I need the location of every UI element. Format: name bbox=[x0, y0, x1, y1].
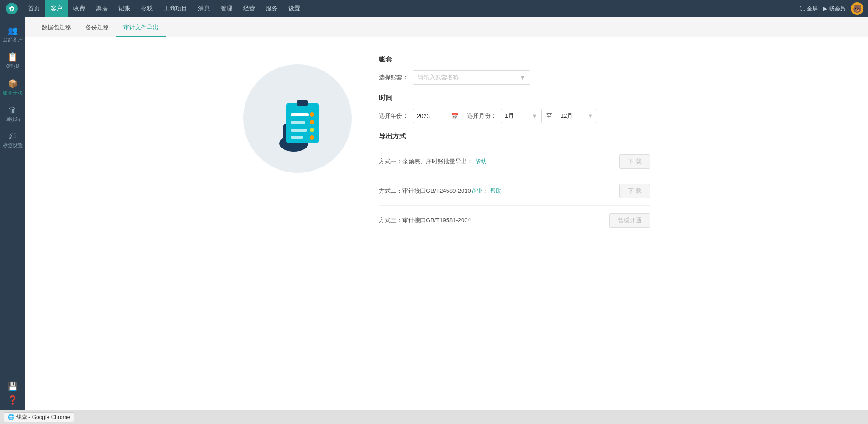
zero-declare-icon: 📋 bbox=[8, 52, 18, 62]
left-sidebar: 👥 全部客户 📋 0申报 📦 账套迁移 🗑 回收站 🏷 标签设置 💾 ❓ bbox=[0, 17, 25, 410]
question-icon[interactable]: ❓ bbox=[8, 395, 18, 405]
tag-icon: 🏷 bbox=[9, 132, 17, 141]
main-layout: 👥 全部客户 📋 0申报 📦 账套迁移 🗑 回收站 🏷 标签设置 💾 ❓ 数据包… bbox=[0, 17, 868, 410]
nav-bookkeeping[interactable]: 记账 bbox=[113, 0, 136, 17]
time-select-row: 选择年份： 2023 📅 选择月份： 1月 ▼ 至 12月 bbox=[379, 109, 650, 123]
year-label: 选择年份： bbox=[379, 112, 408, 120]
tab-data-migration[interactable]: 数据包迁移 bbox=[34, 19, 78, 37]
export-method-3-text: 方式三：审计接口GB/T19581-2004 bbox=[379, 216, 471, 224]
nav-customer[interactable]: 客户 bbox=[45, 0, 68, 17]
svg-rect-8 bbox=[291, 129, 307, 132]
top-navigation: ✿ 首页 客户 收费 票据 记账 报税 工商项目 消息 管理 经营 服务 设置 … bbox=[0, 0, 868, 17]
taskbar-chrome[interactable]: 🌐 线索 - Google Chrome bbox=[4, 412, 74, 422]
audit-illustration bbox=[261, 78, 334, 159]
nav-invoice[interactable]: 票据 bbox=[90, 0, 113, 17]
tab-audit-export[interactable]: 审计文件导出 bbox=[116, 19, 166, 37]
svg-text:✿: ✿ bbox=[9, 5, 14, 12]
recycle-icon: 🗑 bbox=[9, 105, 17, 115]
sidebar-bottom: 💾 ❓ bbox=[8, 381, 18, 410]
account-migrate-icon: 📦 bbox=[8, 79, 18, 89]
sidebar-item-tag-settings[interactable]: 🏷 标签设置 bbox=[0, 128, 25, 152]
nav-operation[interactable]: 经营 bbox=[238, 0, 260, 17]
member-button[interactable]: ▶ 畅会员 bbox=[823, 5, 845, 13]
avatar[interactable]: 🐻 bbox=[851, 2, 863, 15]
account-section-title: 账套 bbox=[379, 55, 650, 64]
tab-backup-migration[interactable]: 备份迁移 bbox=[78, 19, 116, 37]
time-section-title: 时间 bbox=[379, 94, 650, 102]
method2-download-button[interactable]: 下 载 bbox=[619, 184, 650, 198]
nav-service[interactable]: 服务 bbox=[260, 0, 283, 17]
month-end-value: 12月 bbox=[561, 112, 573, 120]
export-section-title: 导出方式 bbox=[379, 132, 650, 141]
export-method-2-text: 方式二：审计接口GB/T24589-2010企业： 帮助 bbox=[379, 187, 502, 195]
nav-message[interactable]: 消息 bbox=[193, 0, 215, 17]
export-method-3: 方式三：审计接口GB/T19581-2004 暂缓开通 bbox=[379, 206, 650, 235]
method2-company: 企业 bbox=[471, 187, 483, 194]
nav-fee[interactable]: 收费 bbox=[68, 0, 90, 17]
method3-pending-button[interactable]: 暂缓开通 bbox=[609, 213, 650, 228]
play-icon: ▶ bbox=[823, 5, 827, 12]
year-value: 2023 bbox=[417, 113, 430, 119]
export-method-2: 方式二：审计接口GB/T24589-2010企业： 帮助 下 载 bbox=[379, 176, 650, 206]
svg-rect-7 bbox=[291, 121, 305, 124]
sidebar-item-account-migrate[interactable]: 📦 账套迁移 bbox=[0, 75, 25, 100]
export-section: 方式一：余额表、序时账批量导出： 帮助 下 载 方式二：审计接口GB/T2458… bbox=[379, 147, 650, 235]
nav-business[interactable]: 工商项目 bbox=[158, 0, 193, 17]
chevron-down-icon-month-end: ▼ bbox=[587, 113, 593, 119]
month-start-value: 1月 bbox=[505, 112, 514, 120]
calendar-icon: 📅 bbox=[451, 113, 458, 119]
nav-menu: 首页 客户 收费 票据 记账 报税 工商项目 消息 管理 经营 服务 设置 bbox=[23, 0, 800, 17]
svg-rect-6 bbox=[291, 113, 309, 116]
center-layout: 账套 选择账套： 请输入账套名称 ▼ 时间 选择年份： 2023 bbox=[243, 51, 650, 235]
chevron-down-icon: ▼ bbox=[519, 74, 525, 81]
nav-home[interactable]: 首页 bbox=[23, 0, 45, 17]
nav-manage[interactable]: 管理 bbox=[215, 0, 238, 17]
export-method-1-text: 方式一：余额表、序时账批量导出： 帮助 bbox=[379, 157, 486, 166]
time-separator: 至 bbox=[546, 112, 552, 120]
method1-download-button[interactable]: 下 载 bbox=[619, 154, 650, 169]
sidebar-item-recycle[interactable]: 🗑 回收站 bbox=[0, 102, 25, 126]
account-select-label: 选择账套： bbox=[379, 73, 408, 81]
svg-point-13 bbox=[310, 135, 314, 140]
illustration-area bbox=[243, 64, 352, 173]
sidebar-item-all-customers[interactable]: 👥 全部客户 bbox=[0, 22, 25, 47]
page-content: 账套 选择账套： 请输入账套名称 ▼ 时间 选择年份： 2023 bbox=[25, 37, 868, 410]
form-area: 账套 选择账套： 请输入账套名称 ▼ 时间 选择年份： 2023 bbox=[379, 51, 650, 235]
chevron-down-icon-month: ▼ bbox=[532, 113, 538, 119]
year-select[interactable]: 2023 📅 bbox=[413, 109, 462, 123]
method1-help-link[interactable]: 帮助 bbox=[475, 158, 486, 165]
svg-rect-9 bbox=[291, 136, 303, 139]
account-select-placeholder: 请输入账套名称 bbox=[418, 73, 459, 81]
sidebar-item-zero-declare[interactable]: 📋 0申报 bbox=[0, 48, 25, 73]
content-area: 数据包迁移 备份迁移 审计文件导出 bbox=[25, 17, 868, 410]
month-label: 选择月份： bbox=[467, 112, 496, 120]
svg-rect-14 bbox=[297, 100, 308, 106]
nav-settings[interactable]: 设置 bbox=[283, 0, 306, 17]
month-end-select[interactable]: 12月 ▼ bbox=[557, 109, 597, 123]
account-select-input[interactable]: 请输入账套名称 ▼ bbox=[413, 70, 530, 85]
month-start-select[interactable]: 1月 ▼ bbox=[501, 109, 542, 123]
fullscreen-button[interactable]: ⛶ 全屏 bbox=[800, 5, 818, 13]
svg-point-12 bbox=[310, 128, 314, 132]
app-logo: ✿ bbox=[5, 1, 19, 16]
illustration-circle bbox=[243, 64, 352, 173]
all-customers-icon: 👥 bbox=[8, 25, 18, 35]
nav-tax[interactable]: 报税 bbox=[136, 0, 158, 17]
method2-help-link[interactable]: 帮助 bbox=[490, 187, 502, 194]
tab-bar: 数据包迁移 备份迁移 审计文件导出 bbox=[25, 17, 868, 37]
account-select-row: 选择账套： 请输入账套名称 ▼ bbox=[379, 70, 650, 85]
top-right-actions: ⛶ 全屏 ▶ 畅会员 🐻 bbox=[800, 2, 863, 15]
fullscreen-icon: ⛶ bbox=[800, 5, 805, 12]
download-icon[interactable]: 💾 bbox=[8, 381, 18, 391]
taskbar: 🌐 线索 - Google Chrome bbox=[0, 410, 868, 424]
svg-point-10 bbox=[310, 112, 314, 117]
svg-point-11 bbox=[310, 120, 314, 124]
chrome-icon: 🌐 bbox=[8, 414, 14, 420]
export-method-1: 方式一：余额表、序时账批量导出： 帮助 下 载 bbox=[379, 147, 650, 176]
